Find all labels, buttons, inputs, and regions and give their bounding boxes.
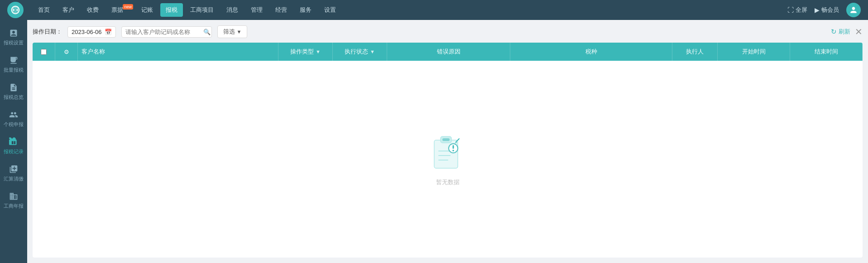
th-op-type: 操作类型 ▼ bbox=[278, 43, 333, 61]
sidebar-label-settlement: 汇算清缴 bbox=[4, 175, 24, 182]
nav-business[interactable]: 工商项目 bbox=[185, 3, 219, 17]
sidebar-item-tax-overview[interactable]: 报税总览 bbox=[0, 78, 27, 105]
sidebar-item-tax-settings[interactable]: 报税设置 bbox=[0, 24, 27, 51]
table-header: ⚙ 客户名称 操作类型 ▼ 执行状态 ▼ 错误原因 税种 bbox=[33, 43, 863, 61]
sidebar-label-tax-overview: 报税总览 bbox=[4, 94, 24, 101]
filter-button[interactable]: 筛选 ▼ bbox=[217, 25, 248, 38]
new-badge: new bbox=[123, 4, 133, 10]
sidebar-item-batch-tax[interactable]: 批量报税 bbox=[0, 51, 27, 78]
nav-message[interactable]: 消息 bbox=[221, 3, 244, 17]
sidebar-item-settlement[interactable]: 汇算清缴 bbox=[0, 160, 27, 187]
th-exec-status: 执行状态 ▼ bbox=[333, 43, 387, 61]
svg-point-1 bbox=[16, 9, 18, 11]
refresh-button[interactable]: ↻ 刷新 bbox=[831, 28, 850, 36]
app-logo[interactable] bbox=[7, 2, 24, 18]
refresh-label: 刷新 bbox=[839, 28, 850, 36]
sidebar-item-annual-report[interactable]: 工商年报 bbox=[0, 187, 27, 214]
annual-report-icon bbox=[9, 191, 19, 201]
nav-bookkeeping[interactable]: 记账 bbox=[136, 3, 158, 17]
th-tax-type: 税种 bbox=[510, 43, 672, 61]
sidebar-label-personal-tax: 个税申报 bbox=[4, 121, 24, 128]
nav-service[interactable]: 服务 bbox=[294, 3, 317, 17]
svg-rect-4 bbox=[442, 138, 450, 141]
filter-chevron-icon: ▼ bbox=[237, 29, 242, 34]
th-end-time: 结束时间 bbox=[790, 43, 863, 61]
select-all-checkbox[interactable] bbox=[41, 49, 47, 55]
filter-icon-exec-status[interactable]: ▼ bbox=[370, 49, 375, 54]
batch-tax-icon bbox=[9, 55, 19, 65]
nav-operation[interactable]: 经营 bbox=[270, 3, 293, 17]
th-client-name: 客户名称 bbox=[78, 43, 278, 61]
th-checkbox[interactable] bbox=[33, 43, 55, 61]
setting-icon: ⚙ bbox=[64, 49, 69, 55]
search-icon[interactable]: 🔍 bbox=[203, 29, 211, 35]
filter-label: 筛选 bbox=[223, 28, 235, 36]
search-input[interactable] bbox=[125, 29, 201, 35]
sidebar-label-tax-settings: 报税设置 bbox=[4, 39, 24, 46]
sidebar-label-batch-tax: 批量报税 bbox=[4, 67, 24, 73]
date-label: 操作日期： bbox=[33, 28, 62, 36]
empty-text: 暂无数据 bbox=[436, 178, 460, 186]
personal-tax-icon bbox=[9, 110, 19, 120]
sidebar: 报税设置 批量报税 报税总览 bbox=[0, 20, 27, 263]
th-setting[interactable]: ⚙ bbox=[55, 43, 78, 61]
th-start-time: 开始时间 bbox=[718, 43, 790, 61]
empty-illustration bbox=[430, 132, 466, 173]
nav-ticket[interactable]: 票据 new bbox=[106, 3, 134, 17]
top-nav-right: ⛶ 全屏 ▶ 畅会员 bbox=[787, 3, 861, 17]
nav-home[interactable]: 首页 bbox=[33, 3, 55, 17]
tax-overview-icon bbox=[9, 83, 19, 93]
refresh-icon: ↻ bbox=[831, 28, 837, 36]
sidebar-label-tax-records: 报税记录 bbox=[4, 148, 24, 155]
th-error-reason: 错误原因 bbox=[387, 43, 511, 61]
nav-settings[interactable]: 设置 bbox=[319, 3, 341, 17]
member-btn[interactable]: ▶ 畅会员 bbox=[815, 6, 839, 14]
main-layout: 报税设置 批量报税 报税总览 bbox=[0, 20, 868, 263]
avatar[interactable] bbox=[846, 3, 861, 17]
content-area: 操作日期： 2023-06-06 📅 🔍 筛选 ▼ ↻ 刷新 ✕ bbox=[27, 20, 868, 263]
nav-manage[interactable]: 管理 bbox=[245, 3, 268, 17]
svg-rect-10 bbox=[452, 145, 454, 149]
table-container: ⚙ 客户名称 操作类型 ▼ 执行状态 ▼ 错误原因 税种 bbox=[33, 43, 863, 258]
table-body-empty: 暂无数据 bbox=[33, 61, 863, 258]
nav-items: 首页 客户 收费 票据 new 记账 报税 工商项目 消息 管理 经营 服务 设… bbox=[33, 3, 787, 17]
nav-client[interactable]: 客户 bbox=[57, 3, 80, 17]
svg-point-0 bbox=[13, 9, 15, 11]
svg-point-11 bbox=[452, 150, 454, 151]
tax-settings-icon bbox=[9, 28, 19, 38]
date-picker[interactable]: 2023-06-06 📅 bbox=[67, 26, 116, 38]
toolbar-right: ↻ 刷新 ✕ bbox=[831, 26, 863, 37]
top-nav: 首页 客户 收费 票据 new 记账 报税 工商项目 消息 管理 经营 服务 设… bbox=[0, 0, 868, 20]
calendar-icon: 📅 bbox=[105, 29, 112, 35]
fullscreen-btn[interactable]: ⛶ 全屏 bbox=[787, 6, 807, 14]
sidebar-item-personal-tax[interactable]: 个税申报 bbox=[0, 105, 27, 132]
date-value: 2023-06-06 bbox=[72, 29, 102, 35]
close-button[interactable]: ✕ bbox=[855, 26, 863, 37]
nav-fee[interactable]: 收费 bbox=[82, 3, 104, 17]
th-executor: 执行人 bbox=[672, 43, 718, 61]
settlement-icon bbox=[9, 164, 19, 174]
sidebar-item-tax-records[interactable]: 报税记录 bbox=[0, 132, 27, 160]
filter-icon-op-type[interactable]: ▼ bbox=[316, 49, 321, 54]
search-box: 🔍 bbox=[121, 26, 212, 38]
sidebar-label-annual-report: 工商年报 bbox=[4, 203, 24, 209]
tax-records-icon bbox=[9, 137, 19, 147]
nav-tax[interactable]: 报税 bbox=[160, 3, 183, 17]
toolbar: 操作日期： 2023-06-06 📅 🔍 筛选 ▼ ↻ 刷新 ✕ bbox=[33, 25, 863, 38]
